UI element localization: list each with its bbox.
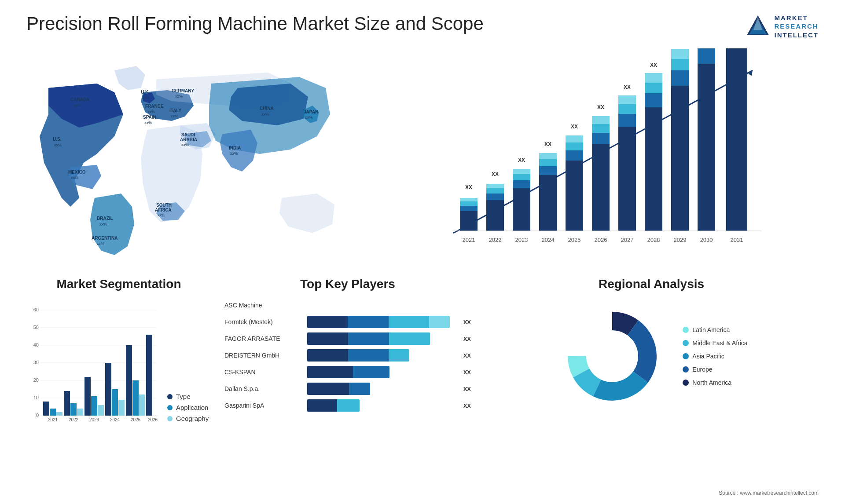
legend-latin-america: Latin America bbox=[683, 326, 747, 333]
formtek-bar bbox=[307, 316, 457, 328]
svg-rect-75 bbox=[618, 104, 636, 114]
geography-dot bbox=[167, 416, 173, 421]
europe-dot bbox=[683, 366, 689, 373]
svg-text:XX: XX bbox=[492, 171, 499, 177]
svg-text:ARABIA: ARABIA bbox=[180, 137, 197, 142]
segmentation-section: Market Segmentation 0 10 20 30 40 50 60 bbox=[26, 277, 211, 462]
svg-rect-64 bbox=[566, 135, 583, 142]
svg-rect-73 bbox=[618, 127, 636, 231]
svg-text:XX: XX bbox=[518, 157, 525, 163]
svg-rect-51 bbox=[513, 174, 530, 180]
svg-rect-58 bbox=[539, 153, 557, 159]
svg-text:ITALY: ITALY bbox=[169, 108, 182, 113]
svg-rect-56 bbox=[539, 166, 557, 175]
svg-text:xx%: xx% bbox=[99, 222, 107, 226]
gasparini-bar bbox=[307, 399, 457, 412]
asc-bar bbox=[307, 299, 471, 311]
source-text: Source : www.marketresearchintellect.com bbox=[719, 490, 819, 496]
svg-rect-87 bbox=[671, 59, 689, 70]
north-america-dot bbox=[683, 380, 689, 386]
svg-rect-55 bbox=[539, 175, 557, 231]
svg-text:XX: XX bbox=[597, 104, 604, 110]
svg-rect-67 bbox=[592, 144, 610, 231]
player-gasparini: Gasparini SpA XX bbox=[224, 399, 471, 412]
player-formtek: Formtek (Mestek) XX bbox=[224, 316, 471, 328]
svg-rect-95 bbox=[726, 48, 747, 231]
player-fagor: FAGOR ARRASATE XX bbox=[224, 332, 471, 345]
svg-text:MEXICO: MEXICO bbox=[68, 170, 86, 175]
legend-type: Type bbox=[167, 393, 209, 400]
svg-rect-57 bbox=[539, 159, 557, 166]
svg-rect-44 bbox=[486, 194, 504, 200]
svg-text:XX: XX bbox=[465, 184, 472, 190]
svg-text:2030: 2030 bbox=[700, 237, 713, 243]
svg-text:xx%: xx% bbox=[171, 114, 178, 118]
svg-text:2027: 2027 bbox=[621, 237, 634, 243]
svg-text:xx%: xx% bbox=[158, 213, 165, 217]
svg-text:xx%: xx% bbox=[97, 241, 104, 246]
svg-rect-79 bbox=[645, 107, 662, 231]
svg-text:xx%: xx% bbox=[305, 115, 312, 120]
svg-text:2024: 2024 bbox=[542, 237, 555, 243]
svg-text:2021: 2021 bbox=[463, 237, 475, 243]
players-list: ASC Machine Formtek (Mestek) XX bbox=[224, 299, 471, 412]
growth-chart: XX 2021 XX 2022 XX 2023 bbox=[387, 48, 819, 259]
svg-text:2026: 2026 bbox=[595, 237, 607, 243]
svg-text:2029: 2029 bbox=[674, 237, 687, 243]
dallan-bar bbox=[307, 383, 457, 395]
svg-text:CANADA: CANADA bbox=[70, 97, 89, 102]
legend-middle-east-africa: Middle East & Africa bbox=[683, 340, 747, 347]
svg-text:AFRICA: AFRICA bbox=[155, 208, 172, 212]
svg-text:SAUDI: SAUDI bbox=[181, 132, 195, 137]
cskspan-bar bbox=[307, 366, 457, 378]
svg-text:XX: XX bbox=[571, 124, 578, 130]
svg-text:GERMANY: GERMANY bbox=[172, 88, 194, 93]
regional-content: Latin America Middle East & Africa Asia … bbox=[484, 299, 819, 413]
svg-rect-43 bbox=[486, 200, 504, 231]
svg-rect-39 bbox=[460, 201, 478, 206]
donut-chart bbox=[555, 299, 669, 413]
svg-text:xx%: xx% bbox=[142, 95, 149, 100]
svg-text:2022: 2022 bbox=[489, 237, 502, 243]
legend-geography: Geography bbox=[167, 415, 209, 422]
svg-text:JAPAN: JAPAN bbox=[304, 110, 318, 114]
svg-text:xx%: xx% bbox=[71, 175, 78, 180]
donut-svg bbox=[555, 299, 669, 413]
svg-text:xx%: xx% bbox=[144, 121, 152, 125]
segmentation-legend: Type Application Geography bbox=[167, 393, 209, 422]
player-asc: ASC Machine bbox=[224, 299, 471, 311]
segmentation-title: Market Segmentation bbox=[26, 277, 211, 291]
svg-text:2028: 2028 bbox=[647, 237, 660, 243]
svg-rect-86 bbox=[671, 70, 689, 86]
svg-text:XX: XX bbox=[544, 141, 551, 147]
svg-text:xx%: xx% bbox=[181, 142, 189, 147]
svg-text:U.K.: U.K. bbox=[141, 90, 150, 95]
player-dallan: Dallan S.p.a. XX bbox=[224, 383, 471, 395]
type-dot bbox=[167, 394, 173, 399]
page-title: Precision Roll Forming Machine Market Si… bbox=[26, 13, 484, 34]
svg-rect-61 bbox=[566, 161, 583, 231]
legend-north-america: North America bbox=[683, 379, 747, 386]
svg-rect-50 bbox=[513, 180, 530, 188]
svg-rect-38 bbox=[460, 206, 478, 211]
latin-america-dot bbox=[683, 327, 689, 333]
svg-text:xx%: xx% bbox=[261, 112, 269, 117]
legend-asia-pacific: Asia Pacific bbox=[683, 353, 747, 360]
logo-text: MARKET RESEARCH INTELLECT bbox=[775, 14, 819, 40]
svg-rect-62 bbox=[566, 150, 583, 161]
svg-text:FRANCE: FRANCE bbox=[145, 104, 164, 109]
svg-rect-88 bbox=[671, 49, 689, 59]
svg-text:XX: XX bbox=[624, 84, 631, 90]
svg-text:xx%: xx% bbox=[175, 94, 183, 99]
map-container: CANADA xx% U.S. xx% MEXICO xx% BRAZIL xx… bbox=[26, 48, 370, 259]
svg-rect-82 bbox=[645, 73, 662, 83]
svg-rect-81 bbox=[645, 83, 662, 93]
svg-text:XX: XX bbox=[650, 62, 657, 68]
key-players-section: Top Key Players ASC Machine Formtek (Mes… bbox=[224, 277, 471, 462]
svg-text:xx%: xx% bbox=[147, 110, 155, 114]
player-dreistern: DREISTERN GmbH XX bbox=[224, 349, 471, 362]
svg-rect-69 bbox=[592, 124, 610, 133]
svg-rect-52 bbox=[513, 169, 530, 174]
svg-text:BRAZIL: BRAZIL bbox=[97, 216, 113, 221]
svg-rect-45 bbox=[486, 188, 504, 194]
